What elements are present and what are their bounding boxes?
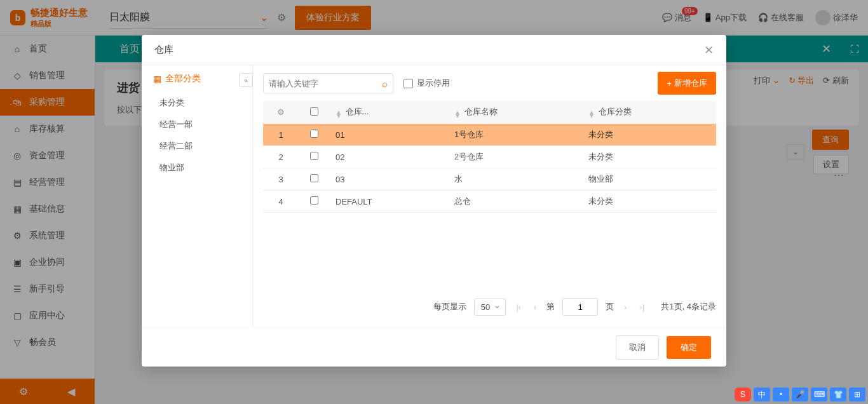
ok-button[interactable]: 确定 xyxy=(667,336,711,359)
per-page-select[interactable]: 50 xyxy=(474,299,506,316)
table-row[interactable]: 303水物业部 xyxy=(263,168,716,191)
category-panel: ▦ 全部分类 未分类经营一部经营二部物业部 « xyxy=(142,65,253,327)
modal-footer: 取消 确定 xyxy=(142,327,726,367)
last-page-icon[interactable]: ›| xyxy=(637,302,648,312)
grid-icon: ▦ xyxy=(153,74,161,84)
modal-main: ⌕ 显示停用 + 新增仓库 ⚙ ▲▼ 仓库... xyxy=(253,65,726,327)
plus-icon: + xyxy=(667,79,672,88)
pager: 每页显示 50 |‹ ‹ 第 页 › ›| 共1页, 4条记录 xyxy=(253,286,726,327)
add-warehouse-button[interactable]: + 新增仓库 xyxy=(658,72,716,95)
ime-button[interactable]: ⌨ xyxy=(811,387,827,401)
all-categories[interactable]: ▦ 全部分类 xyxy=(142,65,252,92)
table-row[interactable]: 1011号仓库未分类 xyxy=(263,124,716,146)
ime-button[interactable]: ⊞ xyxy=(849,387,865,401)
collapse-panel-icon[interactable]: « xyxy=(239,73,253,87)
close-icon[interactable]: ✕ xyxy=(704,43,714,57)
page-input[interactable] xyxy=(562,298,598,316)
ime-button[interactable]: 👕 xyxy=(830,387,846,401)
table-row[interactable]: 4DEFAULT总仓未分类 xyxy=(263,191,716,213)
ime-button[interactable]: 中 xyxy=(754,387,770,401)
modal-header: 仓库 ✕ xyxy=(142,35,726,65)
row-checkbox[interactable] xyxy=(310,196,318,205)
category-item[interactable]: 物业部 xyxy=(142,157,252,178)
table-wrap: ⚙ ▲▼ 仓库... ▲▼ 仓库名称 ▲▼ 仓库分类 1011号仓库未分类202… xyxy=(253,101,726,286)
row-checkbox[interactable] xyxy=(310,174,318,182)
ime-button[interactable]: 🎤 xyxy=(792,387,808,401)
next-page-icon[interactable]: › xyxy=(621,302,629,312)
ime-button[interactable]: • xyxy=(773,387,789,401)
row-checkbox[interactable] xyxy=(310,130,318,138)
table-row[interactable]: 2022号仓库未分类 xyxy=(263,146,716,168)
warehouse-table: ⚙ ▲▼ 仓库... ▲▼ 仓库名称 ▲▼ 仓库分类 1011号仓库未分类202… xyxy=(263,101,716,213)
col-code[interactable]: ▲▼ 仓库... xyxy=(329,101,448,124)
ime-logo-icon[interactable]: S xyxy=(735,387,751,401)
modal-title: 仓库 xyxy=(154,44,173,56)
col-name[interactable]: ▲▼ 仓库名称 xyxy=(448,101,582,124)
cancel-button[interactable]: 取消 xyxy=(616,335,659,360)
select-all-checkbox[interactable] xyxy=(310,107,318,116)
search-icon[interactable]: ⌕ xyxy=(382,78,388,89)
warehouse-modal: 仓库 ✕ ▦ 全部分类 未分类经营一部经营二部物业部 « ⌕ 显示停用 xyxy=(142,35,726,367)
prev-page-icon[interactable]: ‹ xyxy=(531,302,539,312)
filter-row: ⌕ 显示停用 + 新增仓库 xyxy=(253,65,726,101)
show-disabled-checkbox[interactable]: 显示停用 xyxy=(403,77,450,89)
col-category[interactable]: ▲▼ 仓库分类 xyxy=(582,101,716,124)
search-input-wrap: ⌕ xyxy=(263,73,393,93)
ime-bar: S 中•🎤⌨👕⊞ xyxy=(735,387,865,401)
pager-summary: 共1页, 4条记录 xyxy=(661,301,716,313)
category-item[interactable]: 未分类 xyxy=(142,92,252,114)
first-page-icon[interactable]: |‹ xyxy=(513,302,524,312)
gear-column-icon[interactable]: ⚙ xyxy=(263,101,299,124)
row-checkbox[interactable] xyxy=(310,152,318,160)
search-input[interactable] xyxy=(269,79,382,88)
category-item[interactable]: 经营二部 xyxy=(142,135,252,157)
category-item[interactable]: 经营一部 xyxy=(142,114,252,135)
